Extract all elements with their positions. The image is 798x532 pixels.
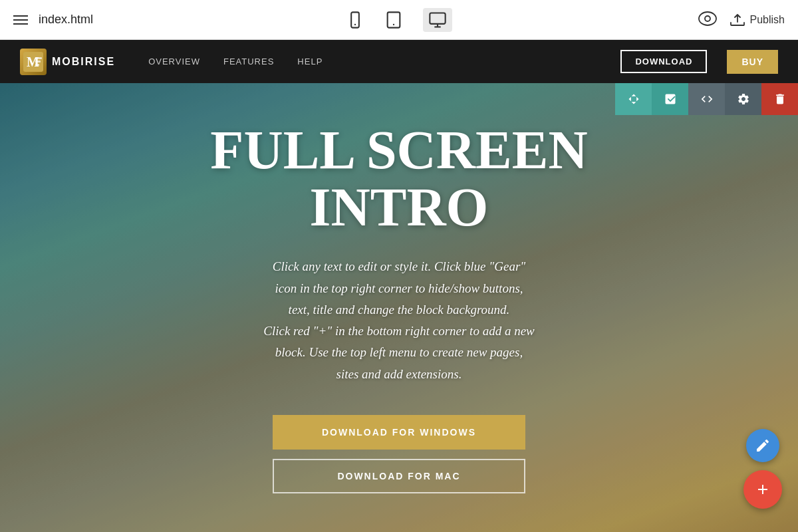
block-delete-button[interactable] [761, 83, 798, 115]
nav-overview[interactable]: OVERVIEW [148, 57, 200, 66]
svg-rect-13 [35, 64, 39, 66]
fab-edit-button[interactable] [746, 429, 779, 462]
hero-content: FULL SCREEN INTRO Click any text to edit… [184, 122, 614, 493]
hero-buttons: DOWNLOAD FOR WINDOWS DOWNLOAD FOR MAC [210, 415, 587, 493]
nav-buy-button[interactable]: BUY [727, 50, 778, 74]
hero-subtitle[interactable]: Click any text to edit or style it. Clic… [210, 256, 587, 385]
nav-help[interactable]: HELP [297, 57, 323, 66]
download-windows-button[interactable]: DOWNLOAD FOR WINDOWS [273, 415, 525, 450]
filename-label: index.html [39, 13, 93, 27]
logo-icon: M [20, 49, 47, 75]
hamburger-menu[interactable] [13, 15, 28, 25]
tablet-view-button[interactable] [384, 11, 403, 29]
device-switcher [346, 8, 452, 32]
block-save-button[interactable] [652, 83, 688, 115]
preview-area: M MOBIRISE OVERVIEW FEATURES HELP DOWNLO… [0, 40, 798, 532]
hero-title: FULL SCREEN INTRO [210, 122, 587, 236]
site-nav-links: OVERVIEW FEATURES HELP [148, 57, 323, 66]
download-mac-button[interactable]: DOWNLOAD FOR MAC [273, 459, 525, 493]
nav-features[interactable]: FEATURES [223, 57, 274, 66]
desktop-view-button[interactable] [423, 8, 452, 32]
mobile-view-button[interactable] [346, 11, 364, 29]
block-settings-button[interactable] [725, 83, 761, 115]
preview-button[interactable] [698, 11, 717, 29]
block-toolbar [615, 83, 798, 115]
hero-section: FULL SCREEN INTRO Click any text to edit… [0, 83, 798, 532]
svg-point-8 [705, 16, 710, 21]
brand-name: MOBIRISE [52, 56, 115, 68]
top-toolbar: index.html [0, 0, 798, 40]
site-navbar: M MOBIRISE OVERVIEW FEATURES HELP DOWNLO… [0, 40, 798, 83]
toolbar-right: Publish [698, 11, 785, 29]
nav-download-button[interactable]: DOWNLOAD [620, 50, 707, 73]
block-move-button[interactable] [615, 83, 652, 115]
svg-rect-12 [35, 61, 41, 63]
svg-rect-4 [430, 13, 445, 23]
fab-add-button[interactable] [743, 470, 782, 509]
publish-button[interactable]: Publish [730, 14, 785, 26]
svg-point-7 [699, 12, 716, 25]
site-logo: M MOBIRISE [20, 49, 115, 75]
block-code-button[interactable] [688, 83, 725, 115]
svg-rect-11 [35, 57, 42, 59]
